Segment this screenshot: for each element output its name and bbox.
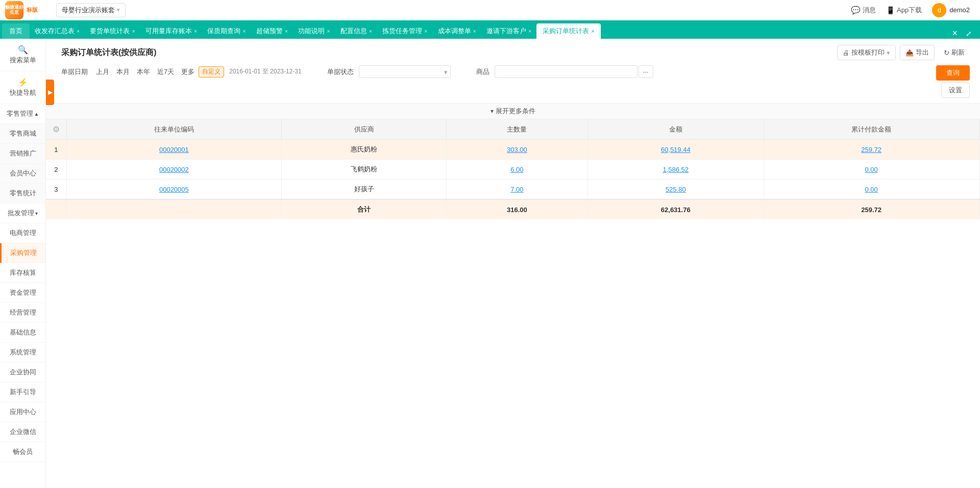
logo-icon: 畅捷通好生意 — [5, 1, 23, 19]
sidebar-item-newguide[interactable]: 新手引导 — [0, 382, 45, 402]
export-btn[interactable]: 📤 导出 — [900, 45, 935, 60]
logo-area: 畅捷通好生意 标版 — [5, 1, 51, 19]
sidebar-item-wholesale[interactable]: 批发管理 ▾ — [0, 203, 45, 223]
sidebar-item-retail-shop[interactable]: 零售商城 — [0, 124, 45, 144]
goods-label: 商品 — [476, 67, 489, 76]
row-3-index: 3 — [46, 179, 66, 200]
tab-yaoqing[interactable]: 邀请下游客户 × — [481, 23, 536, 39]
tab-chaochu[interactable]: 超储预警 × — [251, 23, 293, 39]
close-tab-peihuorenwu[interactable]: × — [424, 28, 427, 34]
close-tab-baozhi[interactable]: × — [242, 28, 246, 34]
col-amount: 金额 — [587, 119, 764, 140]
tab-keyong[interactable]: 可用量库存账本 × — [140, 23, 202, 39]
sidebar-item-basic[interactable]: 基础信息 — [0, 323, 45, 343]
close-tab-shoufahu[interactable]: × — [77, 28, 80, 34]
row-2-qty[interactable]: 6.00 — [447, 160, 587, 179]
tab-peizhi[interactable]: 配置信息 × — [335, 23, 377, 39]
sidebar-item-member[interactable]: 会员中心 — [0, 164, 45, 184]
goods-more-btn[interactable]: ··· — [639, 65, 653, 78]
query-actions: 查询 设置 — [936, 65, 970, 98]
sidebar-collapse-btn[interactable]: ▶ — [46, 80, 54, 105]
sidebar-item-vip[interactable]: 畅会员 — [0, 442, 45, 462]
sidebar-item-operations[interactable]: 经营管理 — [0, 303, 45, 323]
data-table: ⚙ 往来单位编码 供应商 主数量 金额 累计付款金额 1 00020001 惠氏… — [46, 119, 980, 219]
setting-btn[interactable]: 设置 — [941, 83, 970, 98]
row-3-qty[interactable]: 7.00 — [447, 179, 587, 200]
sidebar-item-search[interactable]: 🔍 搜索菜单 — [0, 39, 45, 71]
row-1-paid[interactable]: 259.72 — [764, 140, 979, 160]
close-window-btn[interactable]: × — [949, 28, 961, 39]
close-tab-chaochu[interactable]: × — [285, 28, 288, 34]
date-btn-7days[interactable]: 近7天 — [154, 66, 177, 78]
close-tab-chengben[interactable]: × — [473, 28, 476, 34]
tab-baozhi[interactable]: 保质期查询 × — [202, 23, 251, 39]
tab-yaohuo[interactable]: 要货单统计表 × — [85, 23, 140, 39]
workspace-selector[interactable]: 母婴行业演示账套 ▾ — [56, 3, 126, 17]
sidebar-item-marketing[interactable]: 营销推广 — [0, 144, 45, 164]
sidebar-item-enterprise[interactable]: 企业协同 — [0, 363, 45, 382]
row-1-qty[interactable]: 303.00 — [447, 140, 587, 160]
col-code: 往来单位编码 — [66, 119, 282, 140]
download-icon: 📱 — [886, 6, 895, 14]
status-select-wrapper[interactable]: ▾ — [359, 65, 451, 78]
tab-shoufahu[interactable]: 收发存汇总表 × — [30, 23, 85, 39]
template-print-btn[interactable]: 🖨 按模板打印 ▾ — [837, 45, 896, 60]
row-1-amount[interactable]: 60,519.44 — [587, 140, 764, 160]
close-tab-keyong[interactable]: × — [194, 28, 197, 34]
sidebar-item-retail-stat[interactable]: 零售统计 — [0, 184, 45, 203]
tab-home[interactable]: 首页 — [2, 23, 30, 39]
row-3-code[interactable]: 00020005 — [66, 179, 282, 200]
footer-qty: 316.00 — [447, 199, 587, 219]
sidebar-item-purchase[interactable]: 采购管理 — [0, 243, 45, 263]
date-btn-last-month[interactable]: 上月 — [93, 66, 112, 78]
col-supplier: 供应商 — [282, 119, 447, 140]
sidebar-item-system[interactable]: 系统管理 — [0, 343, 45, 363]
header-actions: 🖨 按模板打印 ▾ 📤 导出 ↻ 刷新 — [837, 45, 970, 60]
row-2-amount[interactable]: 1,586.52 — [587, 160, 764, 179]
table-row: 3 00020005 好孩子 7.00 525.80 0.00 — [46, 179, 980, 200]
status-select[interactable] — [359, 65, 451, 78]
close-tab-caigou[interactable]: × — [591, 28, 594, 34]
sidebar-item-quicknav[interactable]: ⚡ 快捷导航 — [0, 71, 45, 104]
tab-gongneng[interactable]: 功能说明 × — [293, 23, 335, 39]
message-btn[interactable]: 💬 消息 — [851, 6, 876, 15]
sidebar-item-finance[interactable]: 资金管理 — [0, 283, 45, 303]
close-tab-peizhi[interactable]: × — [369, 28, 372, 34]
sidebar-item-corpwechat[interactable]: 企业微信 — [0, 422, 45, 442]
close-tab-yaohuo[interactable]: × — [132, 28, 135, 34]
row-2-code[interactable]: 00020002 — [66, 160, 282, 179]
tab-peihuorenwu[interactable]: 拣货任务管理 × — [377, 23, 432, 39]
row-2-paid[interactable]: 0.00 — [764, 160, 979, 179]
date-btn-this-month[interactable]: 本月 — [113, 66, 133, 78]
row-3-amount[interactable]: 525.80 — [587, 179, 764, 200]
custom-date-badge[interactable]: 自定义 — [199, 66, 224, 78]
user-avatar-area[interactable]: d demo2 — [932, 3, 970, 17]
workspace-arrow: ▾ — [117, 7, 120, 13]
refresh-btn[interactable]: ↻ 刷新 — [939, 45, 970, 60]
restore-window-btn[interactable]: ⤢ — [963, 30, 975, 38]
app-download-btn[interactable]: 📱 App下载 — [886, 6, 922, 15]
filter-main: 单据日期 上月 本月 本年 近7天 更多 自定义 2016-01-01 至 20… — [61, 65, 930, 78]
row-1-code[interactable]: 00020001 — [66, 140, 282, 160]
goods-search-input[interactable] — [495, 65, 638, 78]
tab-chengben[interactable]: 成本调整单 × — [433, 23, 481, 39]
expand-down-icon: ▾ — [491, 108, 494, 115]
sidebar-item-appcenter[interactable]: 应用中心 — [0, 402, 45, 422]
row-3-paid[interactable]: 0.00 — [764, 179, 979, 200]
query-btn[interactable]: 查询 — [936, 65, 970, 81]
date-label: 单据日期 — [61, 67, 88, 76]
footer-label: 合计 — [282, 199, 447, 219]
retail-expand-arrow: ▲ — [34, 111, 39, 117]
close-tab-gongneng[interactable]: × — [327, 28, 330, 34]
date-btn-this-year[interactable]: 本年 — [134, 66, 153, 78]
sidebar-item-inventory[interactable]: 库存核算 — [0, 263, 45, 283]
col-settings[interactable]: ⚙ — [46, 119, 66, 140]
date-btn-more[interactable]: 更多 — [178, 66, 198, 78]
sidebar-item-retail[interactable]: 零售管理 ▲ — [0, 104, 45, 124]
expand-more-btn[interactable]: ▾ 展开更多条件 — [491, 107, 535, 116]
table-row: 2 00020002 飞鹤奶粉 6.00 1,586.52 0.00 — [46, 160, 980, 179]
sidebar-item-ecommerce[interactable]: 电商管理 — [0, 223, 45, 243]
tab-caigou-active[interactable]: 采购订单统计表 × — [536, 23, 600, 39]
close-tab-yaoqing[interactable]: × — [528, 28, 531, 34]
avatar: d — [932, 3, 946, 17]
